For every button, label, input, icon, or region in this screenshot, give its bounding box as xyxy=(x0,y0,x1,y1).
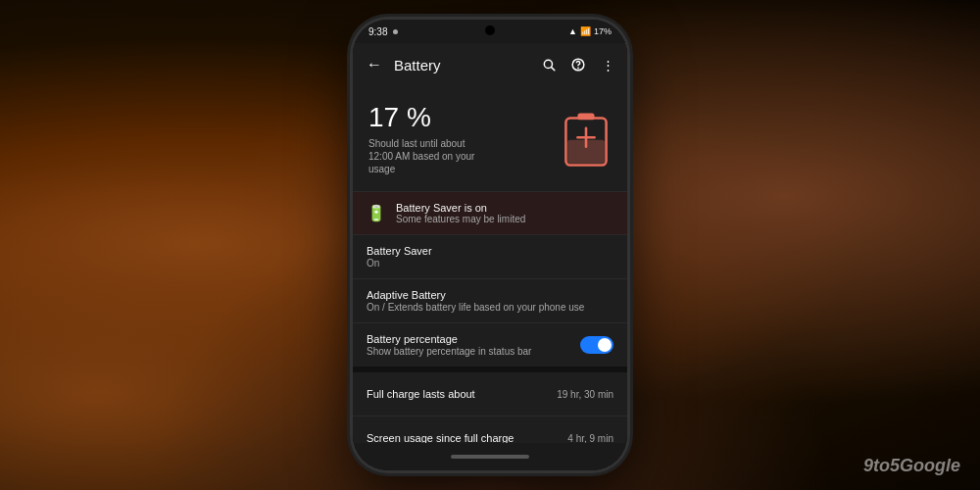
screen-usage-value: 4 hr, 9 min xyxy=(567,433,613,444)
battery-icon xyxy=(561,110,612,169)
battery-description: Should last until about12:00 AM based on… xyxy=(368,137,561,175)
battery-saver-main: Battery Saver is on xyxy=(396,202,525,214)
notification-dot xyxy=(393,29,398,34)
nav-bar xyxy=(353,443,627,470)
setting-battery-saver: Battery Saver On xyxy=(367,245,432,269)
status-right: ▲ 📶 17% xyxy=(568,26,612,36)
setting-value: Show battery percentage in status bar xyxy=(367,346,531,357)
page-title: Battery xyxy=(394,57,531,74)
phone-frame: 9:38 ▲ 📶 17% ← Battery xyxy=(353,20,627,470)
setting-adaptive-battery: Adaptive Battery On / Extends battery li… xyxy=(367,289,584,313)
watermark: 9to5Google xyxy=(863,456,960,476)
scene: 9to5Google 9:38 ▲ 📶 17% ← Battery xyxy=(0,0,980,490)
app-bar: ← Battery xyxy=(353,43,627,86)
full-charge-value: 19 hr, 30 min xyxy=(557,389,613,400)
svg-rect-5 xyxy=(577,113,594,120)
svg-point-3 xyxy=(578,68,579,69)
battery-percentage: 17 % xyxy=(368,102,561,133)
battery-saver-banner[interactable]: 🔋 Battery Saver is on Some features may … xyxy=(353,192,627,234)
battery-saver-icon: 🔋 xyxy=(367,204,386,222)
content-area: 17 % Should last until about12:00 AM bas… xyxy=(353,86,627,443)
battery-percentage-toggle[interactable] xyxy=(580,336,613,354)
camera-cutout xyxy=(485,25,495,35)
status-battery-percent: 17% xyxy=(594,26,612,36)
setting-screen-usage: Screen usage since full charge xyxy=(367,432,514,443)
status-time: 9:38 xyxy=(368,26,387,37)
more-button[interactable]: ⋮ xyxy=(598,55,617,74)
setting-battery-percentage: Battery percentage Show battery percenta… xyxy=(367,333,531,357)
status-left: 9:38 xyxy=(368,26,398,37)
battery-saver-sub: Some features may be limited xyxy=(396,214,525,224)
setting-label: Battery Saver xyxy=(367,245,432,257)
battery-saver-text: Battery Saver is on Some features may be… xyxy=(396,202,525,224)
setting-value: On xyxy=(367,258,432,269)
setting-full-charge: Full charge lasts about xyxy=(367,388,475,400)
list-item[interactable]: Adaptive Battery On / Extends battery li… xyxy=(353,279,627,322)
svg-line-1 xyxy=(552,68,555,71)
settings-list: Battery Saver On Adaptive Battery On / E… xyxy=(353,235,627,443)
list-item[interactable]: Battery Saver On xyxy=(353,235,627,278)
battery-info: 17 % Should last until about12:00 AM bas… xyxy=(368,102,561,175)
setting-label: Screen usage since full charge xyxy=(367,432,514,443)
search-button[interactable] xyxy=(539,55,559,74)
help-button[interactable] xyxy=(568,55,588,74)
back-button[interactable]: ← xyxy=(363,52,386,77)
list-item[interactable]: Battery percentage Show battery percenta… xyxy=(353,323,627,367)
list-item: Full charge lasts about 19 hr, 30 min xyxy=(353,372,627,416)
battery-header: 17 % Should last until about12:00 AM bas… xyxy=(353,86,627,191)
setting-value: On / Extends battery life based on your … xyxy=(367,302,584,313)
list-item: Screen usage since full charge 4 hr, 9 m… xyxy=(353,416,627,443)
setting-label: Adaptive Battery xyxy=(367,289,584,301)
setting-label: Full charge lasts about xyxy=(367,388,475,400)
signal-icon: 📶 xyxy=(580,26,591,36)
app-bar-icons: ⋮ xyxy=(539,55,617,74)
wifi-icon: ▲ xyxy=(568,26,577,36)
phone-screen: 9:38 ▲ 📶 17% ← Battery xyxy=(353,20,627,470)
setting-label: Battery percentage xyxy=(367,333,531,345)
nav-pill xyxy=(451,455,529,459)
